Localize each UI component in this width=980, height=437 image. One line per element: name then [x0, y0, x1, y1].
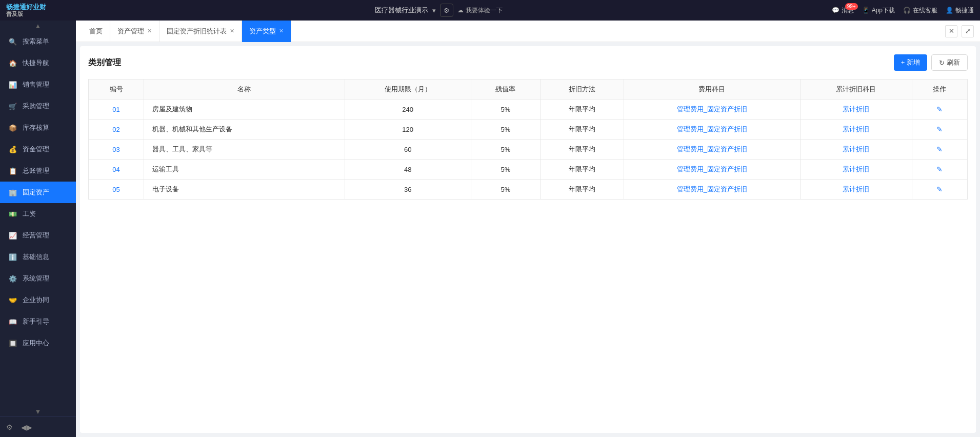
- cell-accum: 累计折旧: [800, 180, 912, 200]
- sidebar-item-system[interactable]: ⚙️ 系统管理: [0, 268, 76, 289]
- new-button[interactable]: + 新增: [894, 54, 927, 71]
- avatar-icon: 👤: [946, 7, 953, 14]
- inventory-icon: 📦: [8, 123, 17, 132]
- sidebar-item-quick-nav[interactable]: 🏠 快捷导航: [0, 52, 76, 74]
- table-row: 05 电子设备 36 5% 年限平均 管理费用_固定资产折旧 累计折旧 ✎: [89, 180, 968, 200]
- refresh-icon: ↻: [939, 59, 945, 67]
- cell-no: 05: [89, 180, 144, 200]
- cell-action[interactable]: ✎: [912, 180, 967, 200]
- sidebar-item-guide[interactable]: 📖 新手引导: [0, 311, 76, 332]
- settings-bottom-icon[interactable]: ⚙: [6, 423, 13, 431]
- tab-asset-type[interactable]: 资产类型✕: [242, 21, 291, 42]
- cell-name: 电子设备: [144, 180, 345, 200]
- maximize-tab-button[interactable]: ⤢: [962, 25, 974, 37]
- edit-icon[interactable]: ✎: [936, 185, 943, 193]
- edit-icon[interactable]: ✎: [936, 165, 943, 173]
- header-actions: + 新增 ↻ 刷新: [894, 54, 968, 71]
- sidebar-item-label: 搜索菜单: [23, 37, 49, 46]
- tab-close-icon[interactable]: ✕: [279, 28, 284, 34]
- sidebar-item-search[interactable]: 🔍 搜索菜单: [0, 31, 76, 52]
- table-col-header: 使用期限（月）: [345, 80, 471, 100]
- cell-action[interactable]: ✎: [912, 160, 967, 180]
- edit-icon[interactable]: ✎: [936, 105, 943, 113]
- sidebar-item-label: 经营管理: [23, 231, 49, 240]
- cloud-icon: ☁: [457, 7, 464, 14]
- messages-button[interactable]: 💬 消息 99+: [832, 6, 854, 15]
- operations-icon: 📈: [8, 231, 17, 240]
- cell-expense: 管理费用_固定资产折旧: [624, 120, 801, 140]
- tabs-bar: 首页资产管理✕固定资产折旧统计表✕资产类型✕ ✕ ⤢: [76, 21, 980, 42]
- cell-expense: 管理费用_固定资产折旧: [624, 160, 801, 180]
- headset-icon: 🎧: [903, 7, 911, 14]
- fixed-assets-icon: 🏢: [8, 188, 17, 197]
- company-name: 医疗器械行业演示: [375, 6, 428, 15]
- cell-method: 年限平均: [541, 180, 624, 200]
- tab-close-icon[interactable]: ✕: [230, 28, 234, 34]
- cell-name: 运输工具: [144, 160, 345, 180]
- cell-method: 年限平均: [541, 160, 624, 180]
- app-logo: 畅捷通好业财 普及版: [6, 3, 46, 18]
- table-col-header: 编号: [89, 80, 144, 100]
- app-download-button[interactable]: 📱 App下载: [862, 6, 895, 15]
- sidebar-item-app-center[interactable]: 🔲 应用中心: [0, 332, 76, 354]
- sidebar-scroll-down[interactable]: ▼: [0, 406, 76, 416]
- tab-close-icon[interactable]: ✕: [147, 28, 152, 34]
- table-col-header: 折旧方法: [541, 80, 624, 100]
- table-col-header: 名称: [144, 80, 345, 100]
- sidebar-item-operations[interactable]: 📈 经营管理: [0, 225, 76, 246]
- tabs-right-actions: ✕ ⤢: [945, 25, 974, 37]
- tab-asset-mgmt[interactable]: 资产管理✕: [110, 21, 159, 42]
- cell-expense: 管理费用_固定资产折旧: [624, 100, 801, 120]
- tab-home[interactable]: 首页: [82, 21, 110, 42]
- cell-residual: 5%: [471, 120, 541, 140]
- sidebar-scroll-up[interactable]: ▲: [0, 21, 76, 31]
- ledger-icon: 📋: [8, 166, 17, 175]
- sidebar-item-label: 总账管理: [23, 166, 49, 175]
- refresh-button[interactable]: ↻ 刷新: [931, 54, 968, 71]
- online-service-button[interactable]: 🎧 在线客服: [903, 6, 937, 15]
- sidebar-item-label: 系统管理: [23, 274, 49, 283]
- tab-depreciation-table[interactable]: 固定资产折旧统计表✕: [159, 21, 242, 42]
- cell-months: 60: [345, 140, 471, 160]
- collapse-sidebar-icon[interactable]: ◀▶: [21, 423, 32, 431]
- cell-method: 年限平均: [541, 140, 624, 160]
- user-avatar[interactable]: 👤 畅捷通: [946, 6, 974, 15]
- experience-button[interactable]: ☁ 我要体验一下: [457, 6, 503, 15]
- guide-icon: 📖: [8, 317, 17, 326]
- sidebar: ▲ 🔍 搜索菜单 🏠 快捷导航 📊 销售管理 🛒 采购管理 📦 库存核算 💰 资…: [0, 21, 76, 437]
- quick-nav-icon: 🏠: [8, 58, 17, 68]
- enterprise-icon: 🤝: [8, 295, 17, 305]
- cell-action[interactable]: ✎: [912, 120, 967, 140]
- cell-residual: 5%: [471, 180, 541, 200]
- cell-months: 240: [345, 100, 471, 120]
- close-tab-button[interactable]: ✕: [945, 25, 957, 37]
- sidebar-item-purchase[interactable]: 🛒 采购管理: [0, 95, 76, 117]
- edit-icon[interactable]: ✎: [936, 145, 943, 153]
- cell-action[interactable]: ✎: [912, 140, 967, 160]
- edit-icon[interactable]: ✎: [936, 125, 943, 133]
- cell-residual: 5%: [471, 100, 541, 120]
- sidebar-item-label: 新手引导: [23, 317, 49, 326]
- sidebar-item-enterprise[interactable]: 🤝 企业协同: [0, 289, 76, 311]
- settings-button[interactable]: ⚙: [440, 4, 453, 17]
- sidebar-item-sales[interactable]: 📊 销售管理: [0, 74, 76, 95]
- sidebar-item-inventory[interactable]: 📦 库存核算: [0, 117, 76, 138]
- sidebar-item-label: 固定资产: [23, 188, 49, 197]
- sidebar-item-ledger[interactable]: 📋 总账管理: [0, 160, 76, 182]
- table-row: 04 运输工具 48 5% 年限平均 管理费用_固定资产折旧 累计折旧 ✎: [89, 160, 968, 180]
- sidebar-item-label: 基础信息: [23, 252, 49, 262]
- cell-accum: 累计折旧: [800, 140, 912, 160]
- topbar-right: 💬 消息 99+ 📱 App下载 🎧 在线客服 👤 畅捷通: [832, 6, 974, 15]
- table-row: 02 机器、机械和其他生产设备 120 5% 年限平均 管理费用_固定资产折旧 …: [89, 120, 968, 140]
- page-header: 类别管理 + 新增 ↻ 刷新: [88, 54, 968, 71]
- cell-action[interactable]: ✎: [912, 100, 967, 120]
- sidebar-item-basic-info[interactable]: ℹ️ 基础信息: [0, 246, 76, 268]
- cell-method: 年限平均: [541, 100, 624, 120]
- tab-label: 资产类型: [249, 27, 276, 36]
- sidebar-item-funds[interactable]: 💰 资金管理: [0, 138, 76, 160]
- cell-months: 48: [345, 160, 471, 180]
- cell-no: 04: [89, 160, 144, 180]
- sidebar-item-fixed-assets[interactable]: 🏢 固定资产: [0, 182, 76, 203]
- sidebar-item-payroll[interactable]: 💵 工资: [0, 203, 76, 225]
- message-icon: 💬: [832, 7, 839, 14]
